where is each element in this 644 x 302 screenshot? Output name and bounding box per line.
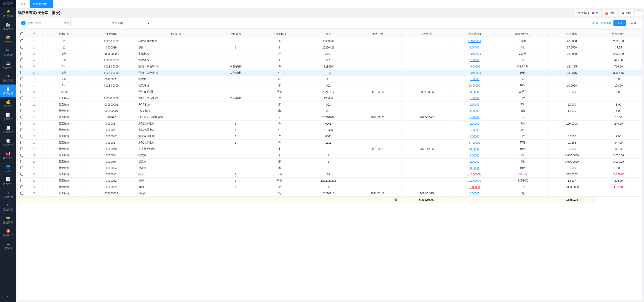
row-checkbox[interactable] xyxy=(20,77,23,80)
row-checkbox[interactable] xyxy=(20,65,23,68)
row-qty-main[interactable]: 10.00000 xyxy=(452,146,497,152)
row-qty-main[interactable]: 1.00000 xyxy=(452,44,497,51)
row-qty-main[interactable]: 10.00000 xyxy=(452,165,497,171)
row-qty-main[interactable]: 4.00000 xyxy=(452,108,497,114)
sidebar-settings-button[interactable]: ⚙ xyxy=(0,293,16,300)
setting-button[interactable]: 设置 xyxy=(628,20,639,26)
row-qty-main[interactable]: 10.00000 xyxy=(452,89,497,95)
row-num: 25 xyxy=(26,190,42,197)
row-qty-main[interactable]: 2.00000 xyxy=(452,120,497,127)
tab-home[interactable]: 首页 xyxy=(18,0,30,8)
print-button[interactable]: 🖨 按模板打印 ▼ xyxy=(575,10,601,16)
tab-close-button[interactable]: ✕ xyxy=(48,3,50,6)
row-checkbox[interactable] xyxy=(20,134,23,137)
row-unit: 米 xyxy=(256,159,303,165)
footer-cost-total xyxy=(497,197,548,203)
warehouse-input[interactable] xyxy=(34,20,56,26)
row-checkbox[interactable] xyxy=(20,128,23,131)
row-checkbox[interactable] xyxy=(20,115,23,118)
tab-inventory-batch[interactable]: 库存批次盘 ✕ xyxy=(30,0,54,8)
sidebar-item-cloud[interactable]: ☁ 云应用 xyxy=(0,239,16,252)
row-cost: 37.9500 xyxy=(548,44,595,51)
row-code: 0000017 xyxy=(86,127,137,133)
row-checkbox[interactable] xyxy=(20,90,23,93)
display-button[interactable]: 👁 显示 xyxy=(619,10,633,16)
select-all-checkbox[interactable] xyxy=(20,32,23,35)
row-qty-main[interactable]: 100.00000 xyxy=(452,51,497,57)
row-qty-main[interactable]: 0.00000 xyxy=(452,114,497,120)
sidebar-item-newbie[interactable]: 🎯 新手引导 xyxy=(0,227,16,239)
row-qty-main[interactable]: 4.00000 xyxy=(452,101,497,108)
row-checkbox[interactable] xyxy=(20,52,23,55)
row-checkbox[interactable] xyxy=(20,147,23,150)
sidebar-item-ecommerce[interactable]: 💻 电商管理 xyxy=(0,59,16,72)
row-code: 0023-00005 xyxy=(86,82,137,89)
sidebar-item-purchase[interactable]: 🛍 采购管理 xyxy=(0,72,16,84)
row-checkbox[interactable] xyxy=(20,185,23,188)
row-qty-stock: 10米 xyxy=(497,82,548,89)
row-qty-main[interactable]: 0.00000 xyxy=(452,57,497,63)
sidebar-item-invoice[interactable]: 🧾 发票管理 xyxy=(0,123,16,136)
row-qty-main[interactable]: 100.00000 xyxy=(452,70,497,76)
product-input[interactable] xyxy=(70,20,104,26)
sidebar-item-hr[interactable]: 👥 工资 xyxy=(0,162,16,175)
category-select[interactable] xyxy=(124,20,151,26)
sidebar-item-operations[interactable]: 📈 经营管理 xyxy=(0,175,16,188)
row-checkbox[interactable] xyxy=(20,109,23,112)
row-warehouse: 11 xyxy=(42,44,86,51)
sidebar-item-general[interactable]: 📊 总账管理 xyxy=(0,110,16,123)
sidebar-item-collab[interactable]: 🤝 企业协同 xyxy=(0,214,16,227)
sidebar-item-ecommerce-small[interactable]: 🛒 小额电商 xyxy=(0,46,16,59)
row-qty-main[interactable]: 0.00000 xyxy=(452,76,497,82)
row-qty-main[interactable]: -16.00000 xyxy=(452,171,497,178)
sidebar-item-system[interactable]: ⚙ 系统管理 xyxy=(0,201,16,214)
row-qty-main[interactable]: 0.00000 xyxy=(452,95,497,101)
row-checkbox[interactable] xyxy=(20,166,23,169)
row-qty-main[interactable]: 87.00000 xyxy=(452,139,497,146)
sidebar-item-wholesale[interactable]: 📦 批发管理 xyxy=(0,33,16,46)
row-num: 4 xyxy=(26,57,42,63)
row-qty-main[interactable]: 1.00000 xyxy=(452,159,497,165)
row-code: 0000017 xyxy=(86,133,137,139)
row-qty-main[interactable]: 0.00000 xyxy=(452,190,497,197)
row-qty-main[interactable]: 49.60000 xyxy=(452,63,497,70)
sidebar-item-inventory[interactable]: 📋 库存核查 xyxy=(0,84,16,97)
row-qty-main[interactable]: -1.00000 xyxy=(452,184,497,190)
row-qty-main[interactable]: 122.00000 xyxy=(452,178,497,184)
row-checkbox[interactable] xyxy=(20,160,23,163)
row-checkbox[interactable] xyxy=(20,141,23,144)
row-checkbox[interactable] xyxy=(20,173,23,176)
row-checkbox[interactable] xyxy=(20,39,23,42)
sidebar-item-tax[interactable]: 📑 税务管理 xyxy=(0,136,16,149)
row-checkbox[interactable] xyxy=(20,154,23,157)
window-close-button[interactable]: ✕ xyxy=(635,11,642,16)
row-checkbox[interactable] xyxy=(20,122,23,125)
sidebar-item-fixed-assets[interactable]: 🏭 固定资产 xyxy=(0,149,16,162)
sidebar-item-nav[interactable]: ⚡ 快捷导航 xyxy=(0,7,16,20)
row-checkbox[interactable] xyxy=(20,179,23,182)
retail-icon: 🏪 xyxy=(6,23,10,27)
row-checkbox[interactable] xyxy=(20,103,23,106)
row-checkbox[interactable] xyxy=(20,58,23,61)
sidebar-search[interactable]: 搜索菜单 xyxy=(0,0,16,7)
row-num: 10 xyxy=(26,95,42,101)
row-qty-main[interactable]: 100.00000 xyxy=(452,38,497,44)
row-qty-main[interactable]: 1.00000 xyxy=(452,152,497,159)
row-checkbox[interactable] xyxy=(20,96,23,99)
sidebar-item-basic[interactable]: ℹ 基础信息 xyxy=(0,188,16,201)
export-button[interactable]: 📤 导出 xyxy=(602,10,617,16)
row-cost: 9.7363 xyxy=(548,139,595,146)
row-checkbox[interactable] xyxy=(20,46,23,49)
row-amount: 2,000.00 xyxy=(595,38,642,44)
row-qty-main[interactable]: 0.00000 xyxy=(452,127,497,133)
row-checkbox[interactable] xyxy=(20,84,23,87)
search-button[interactable]: 查询 xyxy=(614,20,626,26)
sidebar-item-retail[interactable]: 🏪 零售管理 xyxy=(0,20,16,33)
row-qty-main[interactable]: 10.00000 xyxy=(452,82,497,89)
row-checkbox[interactable] xyxy=(20,71,23,74)
expand-conditions-button[interactable]: ▼ 展开更多条件 xyxy=(592,21,612,25)
row-qty-main[interactable]: 3.00000 xyxy=(452,133,497,139)
filter-expand-toggle[interactable]: › xyxy=(21,21,26,25)
sidebar-item-assets[interactable]: 💰 资金管理 xyxy=(0,97,16,110)
row-checkbox[interactable] xyxy=(20,192,23,195)
